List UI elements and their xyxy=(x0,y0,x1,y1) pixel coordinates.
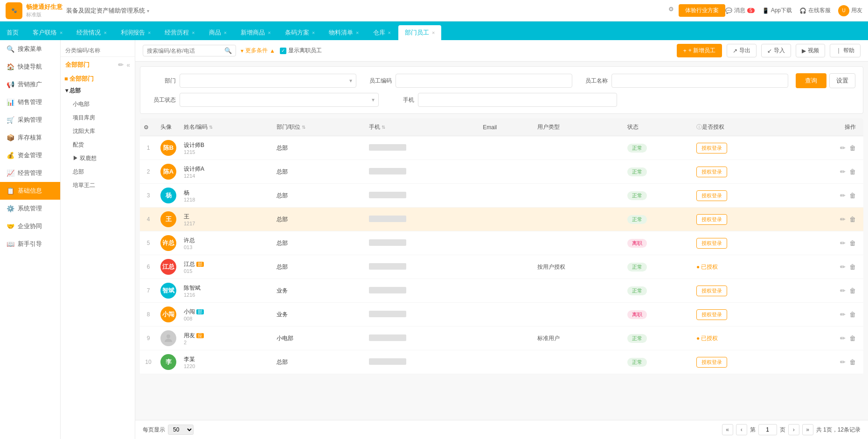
gear-settings-icon[interactable]: ⚙ xyxy=(668,6,679,16)
tab-close-goods[interactable]: × xyxy=(224,30,227,35)
tab-close-customer[interactable]: × xyxy=(60,30,62,35)
dept-edit-icon[interactable]: ✏ xyxy=(118,61,124,69)
sidebar-item-shortcut[interactable]: 🏠 快捷导航 xyxy=(0,58,60,76)
tab-close-barcode[interactable]: × xyxy=(312,30,315,35)
tab-home[interactable]: 首页 xyxy=(0,25,25,40)
edit-button[interactable]: ✏ xyxy=(838,215,847,224)
dept-node-shuangliuxiang[interactable]: ▶ 双鹿想 xyxy=(61,152,135,165)
more-filters-btn[interactable]: ▾ 更多条件 ▲ xyxy=(241,47,275,55)
sidebar-item-system[interactable]: ⚙️ 系统管理 xyxy=(0,200,60,217)
dept-node-zongbu2[interactable]: 总部 xyxy=(61,165,135,179)
auth-login-button[interactable]: 授权登录 xyxy=(696,167,727,177)
delete-button[interactable]: 🗑 xyxy=(847,262,858,272)
auth-login-button[interactable]: 授权登录 xyxy=(696,143,727,153)
tab-customer[interactable]: 客户联络 × xyxy=(26,25,69,40)
delete-button[interactable]: 🗑 xyxy=(847,167,858,176)
sidebar-item-basic[interactable]: 📋 基础信息 xyxy=(0,182,60,200)
tab-close-history[interactable]: × xyxy=(192,30,194,35)
sidebar-item-operations[interactable]: 📈 经营管理 xyxy=(0,164,60,182)
tab-history[interactable]: 经营历程 × xyxy=(158,25,201,40)
emp-name-input[interactable] xyxy=(611,74,788,88)
show-resigned-checkbox[interactable]: ✓ 显示离职员工 xyxy=(280,47,322,55)
employee-search-input[interactable] xyxy=(147,48,222,54)
search-submit-icon[interactable]: 🔍 xyxy=(224,47,232,54)
sidebar-item-collab[interactable]: 🤝 企业协同 xyxy=(0,217,60,235)
tab-close-new-goods[interactable]: × xyxy=(268,30,271,35)
prev-page-btn[interactable]: ‹ xyxy=(736,424,747,435)
auth-login-button[interactable]: 授权登录 xyxy=(696,214,727,225)
next-page-btn[interactable]: › xyxy=(788,424,799,435)
tab-goods[interactable]: 商品 × xyxy=(202,25,233,40)
first-page-btn[interactable]: « xyxy=(722,424,733,435)
tab-close-operations[interactable]: × xyxy=(104,30,106,35)
dept-select[interactable]: ▾ xyxy=(180,74,356,88)
dept-node-peihuo[interactable]: 配货 xyxy=(61,138,135,152)
user-btn[interactable]: U 用友 xyxy=(838,5,862,16)
col-dept[interactable]: 部门/职位 xyxy=(273,118,366,136)
edit-button[interactable]: ✏ xyxy=(838,286,847,295)
auth-login-button[interactable]: 授权登录 xyxy=(696,238,727,249)
tab-close-dept[interactable]: × xyxy=(432,30,435,35)
tab-new-goods[interactable]: 新增商品 × xyxy=(234,25,277,40)
emp-code-input[interactable] xyxy=(396,74,572,88)
delete-button[interactable]: 🗑 xyxy=(847,215,858,224)
help-button[interactable]: ｜ 帮助 xyxy=(830,44,861,57)
edit-button[interactable]: ✏ xyxy=(838,191,847,200)
dept-node-xiangmukufang[interactable]: 项目库房 xyxy=(61,111,135,125)
experience-button[interactable]: 体验行业方案 xyxy=(679,4,725,17)
edit-button[interactable]: ✏ xyxy=(838,238,847,248)
app-download-btn[interactable]: 📱 App下载 xyxy=(762,7,792,14)
dept-node-zongbu-parent[interactable]: ▾ 总部 xyxy=(61,84,135,98)
edit-button[interactable]: ✏ xyxy=(838,167,847,176)
edit-button[interactable]: ✏ xyxy=(838,357,847,367)
auth-login-button[interactable]: 授权登录 xyxy=(696,286,727,296)
phone-input[interactable] xyxy=(418,93,617,107)
delete-button[interactable]: 🗑 xyxy=(847,143,858,153)
edit-button[interactable]: ✏ xyxy=(838,310,847,319)
tab-bom[interactable]: 物料清单 × xyxy=(322,25,365,40)
tab-profit[interactable]: 利润报告 × xyxy=(114,25,157,40)
tab-close-profit[interactable]: × xyxy=(148,30,151,35)
settings-button[interactable]: 设置 xyxy=(829,73,855,88)
col-name[interactable]: 姓名/编码 xyxy=(180,118,273,136)
online-service-btn[interactable]: 🎧 在线客服 xyxy=(799,7,831,14)
delete-button[interactable]: 🗑 xyxy=(847,238,858,248)
dept-root-label[interactable]: 全部部门 xyxy=(65,61,90,69)
edit-button[interactable]: ✏ xyxy=(838,143,847,153)
dept-collapse-icon[interactable]: « xyxy=(126,61,130,69)
auth-login-button[interactable]: 授权登录 xyxy=(696,309,727,320)
auth-login-button[interactable]: 授权登录 xyxy=(696,190,727,201)
query-button[interactable]: 查询 xyxy=(796,73,826,88)
tab-close-warehouse[interactable]: × xyxy=(388,30,391,35)
tab-barcode[interactable]: 条码方案 × xyxy=(278,25,321,40)
sidebar-item-finance[interactable]: 💰 资金管理 xyxy=(0,146,60,164)
sidebar-item-search[interactable]: 🔍 搜索菜单 xyxy=(0,40,60,58)
add-employee-button[interactable]: + + 新增员工 xyxy=(677,44,722,57)
delete-button[interactable]: 🗑 xyxy=(847,334,858,343)
edit-button[interactable]: ✏ xyxy=(838,262,847,272)
dept-search-input[interactable] xyxy=(65,47,135,54)
col-settings[interactable]: ⚙ xyxy=(140,118,157,136)
emp-status-select[interactable]: ▾ xyxy=(180,93,379,107)
delete-button[interactable]: 🗑 xyxy=(847,357,858,367)
edit-button[interactable]: ✏ xyxy=(838,334,847,343)
tab-dept-employee[interactable]: 部门员工 × xyxy=(398,25,441,40)
col-phone[interactable]: 手机 xyxy=(365,118,479,136)
delete-button[interactable]: 🗑 xyxy=(847,286,858,295)
auth-login-button[interactable]: 授权登录 xyxy=(696,357,727,368)
delete-button[interactable]: 🗑 xyxy=(847,191,858,200)
delete-button[interactable]: 🗑 xyxy=(847,310,858,319)
sidebar-item-inventory[interactable]: 📦 库存核算 xyxy=(0,129,60,146)
view-button[interactable]: ▶ 视频 xyxy=(796,44,825,57)
export-button[interactable]: ↗ 导出 xyxy=(727,44,757,57)
import-button[interactable]: ↙ 导入 xyxy=(761,44,791,57)
sidebar-item-guide[interactable]: 📖 新手引导 xyxy=(0,235,60,253)
tab-operations[interactable]: 经营情况 × xyxy=(70,25,113,40)
page-number-input[interactable] xyxy=(758,424,777,435)
system-title-dropdown[interactable]: ▾ xyxy=(147,8,149,14)
tab-warehouse[interactable]: 仓库 × xyxy=(367,25,397,40)
sidebar-item-sales[interactable]: 📊 销售管理 xyxy=(0,93,60,111)
last-page-btn[interactable]: » xyxy=(802,424,813,435)
dept-node-shenyangdashu[interactable]: 沈阳大库 xyxy=(61,125,135,138)
dept-node-xiaodiandu[interactable]: 小电部 xyxy=(61,98,135,111)
